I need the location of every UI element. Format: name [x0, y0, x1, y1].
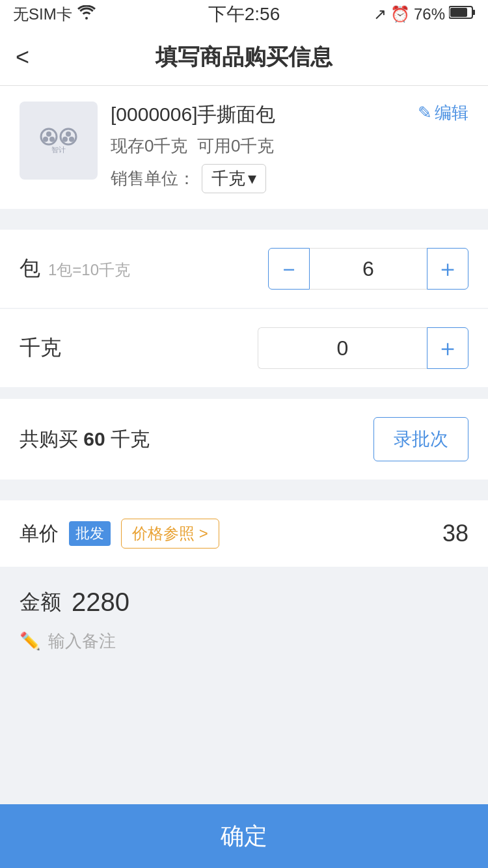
bao-label: 包 1包=10千克 [20, 254, 130, 283]
product-name: [0000006]手撕面包 [111, 102, 418, 128]
chevron-down-icon: ▾ [248, 169, 256, 189]
edit-button[interactable]: ✎ 编辑 [418, 102, 468, 124]
amount-label: 金额 [20, 588, 61, 617]
product-unit-row: 销售单位： 千克 ▾ [111, 164, 468, 193]
bao-increment-button[interactable]: ＋ [427, 248, 468, 290]
price-left: 单价 批发 价格参照 > [20, 519, 219, 549]
location-icon: ↗ [373, 5, 386, 23]
bao-decrement-button[interactable]: － [268, 248, 310, 290]
battery-icon [449, 5, 475, 23]
remark-row[interactable]: ✏️ 输入备注 [20, 630, 468, 653]
status-time: 下午2:56 [208, 2, 280, 27]
bao-qty-input[interactable] [310, 248, 427, 290]
bao-qty-control: － ＋ [268, 248, 468, 290]
product-thumbnail: 智计 [20, 102, 98, 180]
divider-2 [0, 388, 488, 399]
price-section: 单价 批发 价格参照 > 38 [0, 500, 488, 567]
divider-1 [0, 219, 488, 230]
total-qty: 60 [83, 428, 105, 450]
divider-3 [0, 490, 488, 500]
kg-increment-button[interactable]: ＋ [427, 327, 468, 369]
total-text: 共购买 60 千克 [20, 426, 150, 453]
page-title: 填写商品购买信息 [156, 42, 332, 72]
svg-rect-1 [472, 10, 475, 15]
unit-select[interactable]: 千克 ▾ [202, 164, 266, 193]
product-thumb-icon: 智计 [36, 122, 81, 159]
nav-bar: < 填写商品购买信息 [0, 29, 488, 86]
batch-button[interactable]: 录批次 [373, 417, 468, 461]
kg-label: 千克 [20, 334, 61, 362]
product-section: 智计 [0000006]手撕面包 ✎ 编辑 现存0千克 可用0千克 销售单位： … [0, 86, 488, 209]
kg-input-section: 千克 ＋ [0, 309, 488, 387]
svg-point-8 [66, 131, 71, 137]
product-stock: 现存0千克 可用0千克 [111, 135, 468, 157]
product-info: [0000006]手撕面包 ✎ 编辑 现存0千克 可用0千克 销售单位： 千克 … [111, 102, 468, 193]
amount-section: 金额 2280 ✏️ 输入备注 [0, 568, 488, 666]
price-value: 38 [442, 520, 468, 547]
remark-label: 输入备注 [48, 630, 116, 653]
price-label: 单价 [20, 521, 59, 547]
kg-qty-input[interactable] [258, 327, 427, 369]
alarm-icon: ⏰ [390, 5, 410, 23]
pencil-icon: ✏️ [20, 631, 40, 651]
status-right: ↗ ⏰ 76% [373, 5, 475, 23]
status-bar: 无SIM卡 下午2:56 ↗ ⏰ 76% [0, 0, 488, 29]
bao-hint: 1包=10千克 [48, 260, 130, 280]
confirm-button[interactable]: 确定 [0, 804, 488, 868]
price-ref-button[interactable]: 价格参照 > [121, 519, 219, 549]
price-tag: 批发 [69, 521, 111, 546]
back-button[interactable]: < [16, 44, 29, 71]
bao-input-section: 包 1包=10千克 － ＋ [0, 230, 488, 308]
svg-point-9 [62, 137, 68, 142]
amount-value: 2280 [72, 588, 129, 617]
svg-point-6 [49, 137, 55, 142]
status-left: 无SIM卡 [13, 4, 96, 25]
total-section: 共购买 60 千克 录批次 [0, 399, 488, 480]
svg-point-10 [69, 137, 74, 142]
wifi-icon [77, 5, 96, 23]
svg-text:智计: 智计 [51, 146, 66, 154]
svg-point-5 [43, 137, 48, 142]
svg-rect-2 [450, 8, 467, 17]
svg-point-4 [46, 131, 51, 137]
carrier-label: 无SIM卡 [13, 4, 72, 25]
battery-label: 76% [414, 5, 445, 23]
kg-qty-control: ＋ [258, 327, 468, 369]
edit-icon: ✎ [418, 103, 432, 123]
amount-row: 金额 2280 [20, 588, 468, 617]
